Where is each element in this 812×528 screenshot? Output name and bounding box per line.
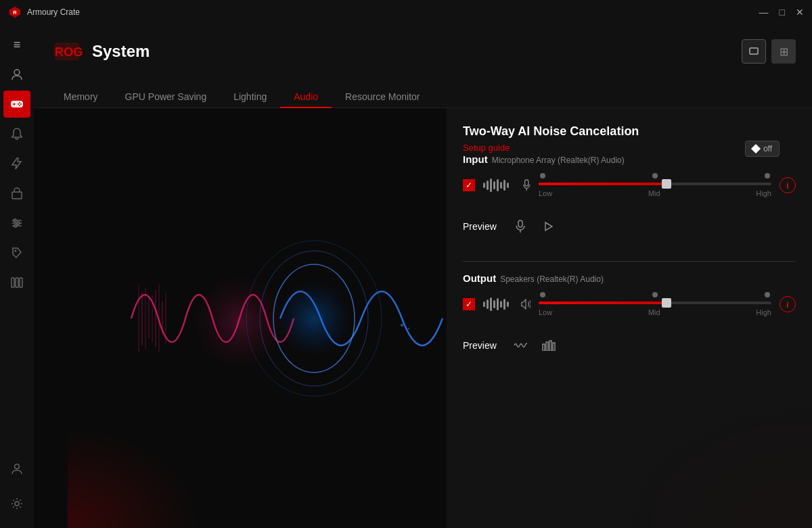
input-info-button[interactable]: i	[780, 177, 796, 193]
input-mid-label: Mid	[648, 189, 660, 197]
input-section: InputMicrophone Array (Realtek(R) Audio)…	[463, 153, 796, 245]
sidebar-item-alerts[interactable]	[3, 120, 30, 147]
sidebar-item-settings[interactable]	[3, 490, 30, 517]
svg-point-2	[14, 70, 20, 75]
tab-resource[interactable]: Resource Monitor	[332, 86, 434, 107]
sidebar-item-boost[interactable]	[3, 150, 30, 177]
content-area: ROG System ⊞ Memory GPU Power Saving Lig…	[34, 24, 812, 528]
rog-logo: ROG	[50, 38, 84, 65]
input-preview-label: Preview	[463, 221, 497, 232]
tab-memory[interactable]: Memory	[50, 86, 112, 107]
tab-audio[interactable]: Audio	[280, 86, 332, 107]
close-button[interactable]: ✕	[796, 7, 804, 17]
mic-icon	[522, 178, 531, 192]
input-mic-preview-button[interactable]	[510, 216, 531, 237]
output-low-label: Low	[539, 308, 552, 316]
output-section-label: OutputSpeakers (Realtek(R) Audio)	[463, 272, 796, 284]
toggle-button[interactable]: off	[745, 141, 780, 157]
input-preview-row: Preview	[463, 208, 796, 245]
input-row: ✓	[463, 173, 796, 197]
input-play-button[interactable]	[539, 216, 559, 237]
svg-point-13	[14, 219, 16, 222]
sidebar-item-account[interactable]	[3, 455, 30, 482]
output-info-button[interactable]: i	[780, 296, 796, 312]
output-slider-thumb[interactable]	[662, 298, 671, 308]
svg-rect-48	[553, 343, 555, 351]
input-slider-labels: Low Mid High	[539, 189, 771, 197]
svg-text:ROG: ROG	[55, 45, 83, 59]
sidebar-item-profile[interactable]	[3, 61, 30, 88]
output-mid-label: Mid	[648, 308, 660, 316]
svg-point-5	[19, 102, 20, 103]
output-row: ✓	[463, 292, 796, 316]
svg-rect-9	[12, 192, 22, 199]
input-waveform	[483, 175, 520, 195]
out-dot-mid	[652, 292, 658, 297]
svg-rect-36	[162, 302, 163, 335]
main-content: Two-Way AI Noise Cancelation off Setup g…	[34, 108, 812, 528]
output-slider-fill	[539, 302, 667, 304]
svg-point-14	[17, 222, 20, 224]
input-slider-dots	[539, 173, 771, 178]
svg-point-15	[14, 224, 17, 227]
out-dot-high	[765, 292, 770, 297]
svg-point-28	[192, 274, 287, 369]
output-checkbox[interactable]: ✓	[463, 298, 475, 310]
input-high-label: High	[756, 189, 771, 197]
sidebar-bottom	[3, 455, 30, 520]
svg-point-4	[14, 103, 16, 105]
svg-point-38	[401, 324, 403, 327]
svg-rect-30	[141, 291, 143, 345]
maximize-button[interactable]: □	[780, 7, 785, 17]
svg-rect-42	[518, 220, 522, 227]
tabs-bar: Memory GPU Power Saving Lighting Audio R…	[34, 78, 812, 108]
svg-point-6	[19, 105, 20, 106]
svg-text:R: R	[13, 9, 17, 16]
minimize-button[interactable]: —	[759, 7, 769, 17]
sidebar-item-tuning[interactable]	[3, 210, 30, 237]
svg-rect-18	[16, 278, 18, 287]
tab-gpu[interactable]: GPU Power Saving	[112, 86, 221, 107]
dot-low	[540, 173, 545, 178]
app-title: Armoury Crate	[27, 7, 80, 17]
rog-icon: R	[8, 5, 22, 19]
svg-point-20	[15, 464, 20, 469]
header-right: ⊞	[742, 39, 796, 64]
svg-rect-46	[546, 342, 548, 351]
input-checkbox[interactable]: ✓	[463, 179, 475, 191]
input-slider-thumb[interactable]	[662, 179, 671, 189]
setup-guide-link[interactable]: Setup guide	[463, 143, 510, 153]
output-wave-button[interactable]	[510, 335, 531, 356]
titlebar: R Armoury Crate — □ ✕	[0, 0, 812, 24]
sidebar-item-store[interactable]	[3, 180, 30, 207]
output-device: Speakers (Realtek(R) Audio)	[500, 274, 604, 284]
svg-rect-17	[12, 278, 14, 287]
svg-rect-40	[524, 180, 528, 186]
svg-rect-47	[549, 341, 551, 351]
output-section: OutputSpeakers (Realtek(R) Audio) ✓	[463, 272, 796, 364]
input-low-label: Low	[539, 189, 552, 197]
input-device: Microphone Array (Realtek(R) Audio)	[492, 155, 625, 165]
input-slider-fill	[539, 183, 667, 185]
app-layout: ≡	[0, 24, 812, 528]
output-slider-area: Low Mid High	[539, 292, 771, 316]
output-slider-track[interactable]	[539, 302, 771, 304]
svg-rect-33	[152, 295, 153, 342]
svg-point-39	[407, 327, 409, 329]
window-controls: — □ ✕	[759, 7, 804, 17]
sidebar-item-tag[interactable]	[3, 239, 30, 266]
out-dot-low	[540, 292, 545, 297]
tab-lighting[interactable]: Lighting	[220, 86, 280, 107]
output-slider-labels: Low Mid High	[539, 308, 771, 316]
audio-visualization	[118, 217, 456, 420]
svg-point-16	[15, 250, 17, 252]
sidebar-item-menu[interactable]: ≡	[3, 31, 30, 58]
output-bars-button[interactable]	[539, 335, 559, 356]
extra-button[interactable]: ⊞	[771, 39, 796, 64]
sidebar-item-library[interactable]	[3, 269, 30, 296]
input-slider-track[interactable]	[539, 183, 771, 185]
sidebar-item-gamepad[interactable]	[3, 91, 30, 118]
logo-area: ROG System	[50, 38, 150, 65]
notifications-button[interactable]	[742, 39, 766, 64]
bg-gradient-left	[68, 427, 203, 528]
